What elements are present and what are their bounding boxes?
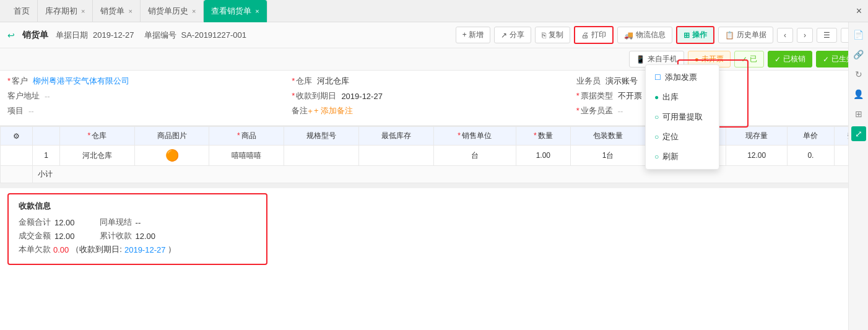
row-quantity: 1.00 [516,145,571,166]
same-order-label: 同单现结 [100,217,132,228]
th-image: 商品图片 [134,127,209,145]
confirm-button[interactable]: ✓ 已 [734,51,764,67]
row-gear[interactable] [1,145,33,166]
cancel-button[interactable]: ✓ 已核销 [768,51,812,67]
due-amount-label: 本单欠款 [19,244,51,255]
sidebar-refresh-icon[interactable]: ↻ [851,67,866,82]
truck-icon: 🚚 [624,31,633,40]
menu-add-invoice[interactable]: ☐ 添加发票 [646,67,719,87]
sidebar-file-icon[interactable]: 📄 [851,27,866,42]
tab-home[interactable]: 首页 [6,0,38,22]
cumulative-payment-label: 累计收款 [100,230,132,241]
new-button[interactable]: + 新增 [456,27,490,43]
deal-amount-field: 成交金额 12.00 [19,230,75,241]
list-icon: ☰ [823,31,830,40]
note-label: 备注 [292,105,308,116]
menu-available-qty-label: 可用量提取 [662,111,703,123]
row-pack-qty: 1台 [571,145,646,166]
row-price: 0. [787,145,834,166]
deal-amount-label: 成交金额 [19,230,51,241]
tab-sales-history[interactable]: 销货单历史 × [141,0,204,22]
window-close-button[interactable]: × [856,6,862,17]
tab-inventory-label: 库存期初 [45,6,77,17]
menu-outbound-label: 出库 [662,92,679,103]
history-button[interactable]: 📋 历史单据 [718,27,773,43]
th-product: 商品 [209,127,284,145]
th-unit: 销售单位 [433,127,516,145]
payment-row-1: 金额合计 12.00 同单现结 -- [19,217,256,228]
tab-inventory-close[interactable]: × [81,7,85,15]
customer-label: 客户 [7,76,28,87]
tab-bar: 首页 库存期初 × 销货单 × 销货单历史 × 查看销货单 × × [0,0,868,22]
doc-title-area: ↩ 销货单 单据日期 2019-12-27 单据编号 SA-20191227-0… [7,30,246,41]
share-button[interactable]: ↗ 分享 [494,27,531,43]
tab-history-close[interactable]: × [192,7,196,15]
doc-type-label: 销货单 [22,30,48,41]
due-date-note-suffix: ） [168,244,176,255]
copy-button[interactable]: ⎘ 复制 [535,27,570,43]
project-label: 项目 [7,105,24,116]
menu-refresh[interactable]: ○ 刷新 [646,147,719,167]
due-date-note: （收款到期日: [71,244,122,255]
table-row: 1 河北仓库 🟠 嘻嘻嘻嘻 台 1.00 1台 12.00 0. [1,145,868,166]
tab-sales-order[interactable]: 销货单 × [93,0,140,22]
th-stock: 现存量 [726,127,787,145]
link-icon: 🔗 [853,50,864,59]
menu-outbound[interactable]: ● 出库 [646,87,719,107]
locate-icon: ○ [654,132,659,141]
address-value: -- [45,92,50,101]
tab-view-sales[interactable]: 查看销货单 × [204,0,267,22]
address-field: 客户地址 -- [7,90,292,102]
invoice-status-dot: ● [695,55,699,64]
form-row-2: 客户地址 -- 收款到期日 2019-12-27 票据类型 不开票 [7,90,861,102]
logistics-button[interactable]: 🚚 物流信息 [617,27,672,43]
sidebar-user-icon[interactable]: 👤 [851,87,866,102]
sidebar-expand-icon[interactable]: ⤢ [851,126,866,141]
print-button[interactable]: 🖨 打印 [574,26,614,44]
same-order-value: -- [136,218,141,227]
total-amount-value: 12.00 [54,218,75,227]
list-view-button[interactable]: ☰ [817,28,837,43]
cumulative-payment-value: 12.00 [136,232,156,241]
th-spec: 规格型号 [284,127,359,145]
tab-view-close[interactable]: × [255,7,259,15]
customer-field: 客户 柳州粤港平安气体有限公司 [7,76,292,87]
right-sidebar: 📄 🔗 ↻ 👤 ⊞ ⤢ [848,22,868,330]
tab-inventory[interactable]: 库存期初 × [38,0,93,22]
th-price: 单价 [787,127,834,145]
table-header-row: ⚙ 仓库 商品图片 商品 规格型号 最低库存 销售单位 数量 包装数量 可用量 … [1,127,868,145]
cancel-icon: ✓ [775,55,781,64]
tab-sales-close[interactable]: × [128,7,132,15]
effect-icon: ✓ [823,55,829,64]
customer-value[interactable]: 柳州粤港平安气体有限公司 [33,76,129,87]
expand-icon: ⤢ [855,129,862,139]
project-field: 项目 -- [7,105,292,116]
document-header: ↩ 销货单 单据日期 2019-12-27 单据编号 SA-20191227-0… [0,22,868,48]
form-section: 客户 柳州粤港平安气体有限公司 仓库 河北仓库 业务员 演示账号 客户地址 -- [0,71,868,126]
sidebar-table-icon[interactable]: ⊞ [851,106,866,121]
due-amount-field: 本单欠款 0.00 （收款到期日: 2019-12-27 ） [19,244,176,255]
row-unit: 台 [433,145,516,166]
menu-locate[interactable]: ○ 定位 [646,127,719,147]
form-row-3: 项目 -- 备注 + + 添加备注 业务员孟 -- [7,105,861,116]
refresh-icon: ○ [654,152,659,161]
bottom-section: 收款信息 金额合计 12.00 同单现结 -- 成交金额 12.00 [0,188,868,270]
th-gear[interactable]: ⚙ [1,127,33,145]
next-button[interactable]: › [797,28,813,43]
toolbar: + 新增 ↗ 分享 ⎘ 复制 🖨 打印 🚚 物流信息 [456,26,861,44]
doc-meta: 单据日期 2019-12-27 单据编号 SA-20191227-001 [56,30,246,41]
deal-amount-value: 12.00 [54,232,75,241]
sidebar-link-icon[interactable]: 🔗 [851,47,866,62]
due-date-label: 收款到期日 [292,90,336,102]
row-image: 🟠 [134,145,209,166]
table-scrollbar[interactable] [0,183,868,188]
payment-title: 收款信息 [19,201,256,212]
staff-value: 演示账号 [605,76,638,87]
menu-refresh-label: 刷新 [662,151,679,162]
check-icon: ✓ [741,55,747,64]
prev-button[interactable]: ‹ [777,28,793,43]
menu-available-qty[interactable]: ○ 可用量提取 [646,107,719,127]
add-note-button[interactable]: + + 添加备注 [308,105,353,116]
product-table-wrapper: ⚙ 仓库 商品图片 商品 规格型号 最低库存 销售单位 数量 包装数量 可用量 … [0,126,868,188]
operation-button[interactable]: ⊞ 操作 [676,26,714,44]
